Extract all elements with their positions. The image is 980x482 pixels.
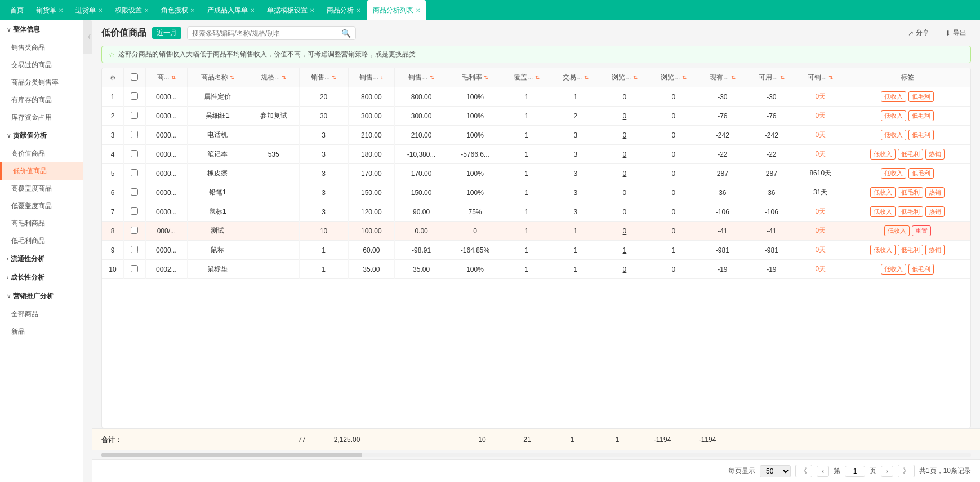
sidebar-item-traded[interactable]: 交易过的商品 bbox=[0, 56, 83, 74]
search-input[interactable] bbox=[192, 29, 339, 37]
cell-trade: 1 bbox=[551, 260, 600, 279]
cell-checkbox[interactable] bbox=[124, 183, 146, 202]
sidebar-group-contribution[interactable]: ∨ 贡献值分析 bbox=[0, 126, 83, 145]
next-page-btn[interactable]: › bbox=[881, 466, 893, 477]
cell-view1[interactable]: 0 bbox=[600, 87, 649, 107]
cell-view1[interactable]: 0 bbox=[600, 222, 649, 241]
col-saleable-days: 可销... ⇅ bbox=[796, 68, 845, 87]
cell-checkbox[interactable] bbox=[124, 107, 146, 126]
sidebar-item-high-margin[interactable]: 高毛利商品 bbox=[0, 215, 83, 232]
sidebar-item-stock-fund[interactable]: 库存资金占用 bbox=[0, 109, 83, 126]
nav-home[interactable]: 首页 bbox=[5, 0, 29, 20]
date-badge[interactable]: 近一月 bbox=[152, 27, 181, 39]
col-coverage: 覆盖... ⇅ bbox=[502, 68, 551, 87]
cell-checkbox[interactable] bbox=[124, 87, 146, 107]
nav-products-instock[interactable]: 产成品入库单 ✕ bbox=[202, 0, 260, 20]
share-button[interactable]: ↗ 分享 bbox=[903, 26, 934, 40]
sidebar-item-low-coverage[interactable]: 低覆盖度商品 bbox=[0, 197, 83, 215]
row-checkbox[interactable] bbox=[131, 207, 138, 215]
sidebar-item-all-goods[interactable]: 全部商品 bbox=[0, 306, 83, 323]
row-checkbox[interactable] bbox=[131, 188, 138, 196]
sidebar-item-new-goods[interactable]: 新品 bbox=[0, 323, 83, 341]
row-checkbox[interactable] bbox=[131, 150, 138, 157]
row-checkbox[interactable] bbox=[131, 131, 138, 138]
row-checkbox[interactable] bbox=[131, 227, 138, 234]
nav-permissions-close[interactable]: ✕ bbox=[144, 7, 149, 14]
view1-link[interactable]: 0 bbox=[623, 93, 627, 101]
sidebar-collapse-btn[interactable]: 《 bbox=[83, 20, 92, 54]
nav-roles[interactable]: 角色授权 ✕ bbox=[155, 0, 201, 20]
cell-sale1: 800.00 bbox=[348, 87, 395, 107]
sidebar-group-overall[interactable]: ∨ 整体信息 bbox=[0, 20, 83, 39]
nav-analysis-close[interactable]: ✕ bbox=[356, 7, 360, 14]
nav-products-close[interactable]: ✕ bbox=[250, 7, 255, 14]
col-checkbox[interactable] bbox=[124, 68, 146, 87]
cell-view1[interactable]: 0 bbox=[600, 164, 649, 183]
view1-link[interactable]: 1 bbox=[623, 246, 627, 254]
nav-sales-order-close[interactable]: ✕ bbox=[59, 7, 63, 14]
sidebar-group-growth[interactable]: › 成长性分析 bbox=[0, 268, 83, 287]
sidebar-item-sales-goods[interactable]: 销售类商品 bbox=[0, 39, 83, 56]
nav-template-close[interactable]: ✕ bbox=[310, 7, 314, 14]
cell-view1[interactable]: 1 bbox=[600, 241, 649, 260]
cell-view1[interactable]: 0 bbox=[600, 183, 649, 202]
search-icon[interactable]: 🔍 bbox=[341, 29, 351, 38]
cell-view1[interactable]: 0 bbox=[600, 107, 649, 126]
nav-roles-close[interactable]: ✕ bbox=[190, 7, 195, 14]
row-checkbox[interactable] bbox=[131, 92, 138, 100]
view1-link[interactable]: 0 bbox=[623, 208, 627, 216]
cell-checkbox[interactable] bbox=[124, 202, 146, 222]
sidebar-item-high-coverage[interactable]: 高覆盖度商品 bbox=[0, 180, 83, 197]
cell-checkbox[interactable] bbox=[124, 222, 146, 241]
cell-checkbox[interactable] bbox=[124, 126, 146, 145]
row-checkbox[interactable] bbox=[131, 265, 138, 272]
cell-view1[interactable]: 0 bbox=[600, 202, 649, 222]
row-checkbox[interactable] bbox=[131, 246, 138, 253]
cell-checkbox[interactable] bbox=[124, 241, 146, 260]
view1-link[interactable]: 0 bbox=[623, 266, 627, 273]
cell-view1[interactable]: 0 bbox=[600, 145, 649, 164]
cell-checkbox[interactable] bbox=[124, 164, 146, 183]
nav-purchase[interactable]: 进货单 ✕ bbox=[70, 0, 108, 20]
view1-link[interactable]: 0 bbox=[623, 189, 627, 197]
sidebar-item-low-margin[interactable]: 低毛利商品 bbox=[0, 232, 83, 250]
sidebar-item-with-stock[interactable]: 有库存的商品 bbox=[0, 91, 83, 109]
first-page-btn[interactable]: 《 bbox=[795, 465, 812, 477]
view1-link[interactable]: 0 bbox=[623, 227, 627, 235]
nav-permissions[interactable]: 权限设置 ✕ bbox=[109, 0, 154, 20]
nav-product-analysis[interactable]: 商品分析 ✕ bbox=[321, 0, 366, 20]
cell-view1[interactable]: 0 bbox=[600, 126, 649, 145]
summary-name bbox=[189, 434, 234, 446]
cell-checkbox[interactable] bbox=[124, 145, 146, 164]
col-settings[interactable]: ⚙ bbox=[102, 68, 124, 87]
view1-link[interactable]: 0 bbox=[623, 131, 627, 139]
view1-link[interactable]: 0 bbox=[623, 112, 627, 120]
row-checkbox[interactable] bbox=[131, 112, 138, 119]
horizontal-scrollbar[interactable] bbox=[101, 453, 971, 457]
cell-checkbox[interactable] bbox=[124, 260, 146, 279]
sidebar-item-low-value[interactable]: 低价值商品 bbox=[0, 162, 83, 180]
cell-view1[interactable]: 0 bbox=[600, 260, 649, 279]
sidebar-group-marketing[interactable]: ∨ 营销推广分析 bbox=[0, 287, 83, 306]
summary-spec bbox=[234, 434, 279, 446]
scroll-thumb[interactable] bbox=[101, 453, 362, 457]
nav-analysis-list-close[interactable]: ✕ bbox=[416, 7, 420, 14]
sidebar-item-high-value[interactable]: 高价值商品 bbox=[0, 145, 83, 162]
nav-purchase-close[interactable]: ✕ bbox=[98, 7, 103, 14]
view1-link[interactable]: 0 bbox=[623, 170, 627, 178]
sidebar-group-liquidity[interactable]: › 流通性分析 bbox=[0, 250, 83, 268]
row-checkbox[interactable] bbox=[131, 169, 138, 176]
prev-page-btn[interactable]: ‹ bbox=[817, 466, 829, 477]
page-input[interactable] bbox=[845, 466, 865, 477]
view1-link[interactable]: 0 bbox=[623, 151, 627, 158]
nav-template[interactable]: 单据模板设置 ✕ bbox=[261, 0, 320, 20]
sidebar-item-category-rate[interactable]: 商品分类销售率 bbox=[0, 74, 83, 91]
export-button[interactable]: ⬇ 导出 bbox=[941, 26, 971, 40]
per-page-select[interactable]: 50 100 200 bbox=[760, 465, 791, 477]
col-tags: 标签 bbox=[845, 68, 970, 87]
last-page-btn[interactable]: 》 bbox=[898, 465, 915, 477]
nav-sales-order[interactable]: 销货单 ✕ bbox=[30, 0, 69, 20]
nav-product-analysis-list[interactable]: 商品分析列表 ✕ bbox=[367, 0, 426, 20]
cell-sale2: -98.91 bbox=[395, 241, 448, 260]
select-all-checkbox[interactable] bbox=[131, 73, 138, 81]
